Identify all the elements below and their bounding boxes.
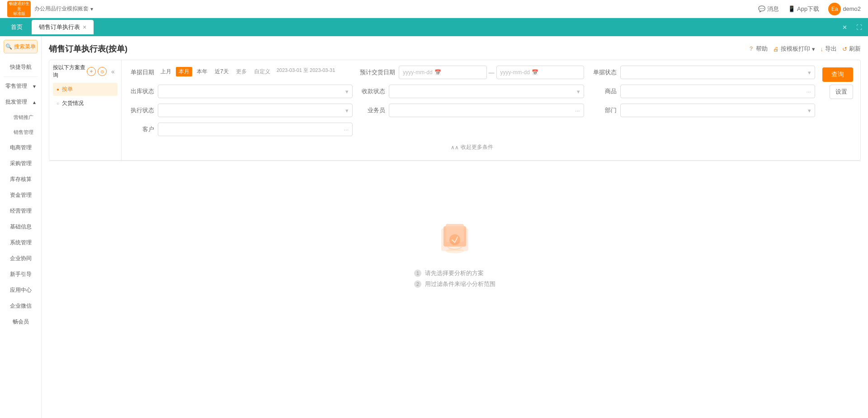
doc-status-arrow: ▾ — [808, 69, 811, 76]
expected-date-to-input[interactable]: yyyy-mm-dd 📅 — [496, 66, 584, 79]
dept-field: 部门 ▾ — [591, 104, 815, 117]
page-title: 销售订单执行表(按单) — [49, 43, 127, 54]
filter-area: 按以下方案查询 + ⊙ « ● 按单 ○ 欠货情况 — [49, 60, 861, 161]
dept-label: 部门 — [591, 106, 617, 114]
user-menu[interactable]: Ea demo2 — [828, 3, 861, 15]
calendar-icon-2: 📅 — [532, 69, 538, 76]
filter-section-actions: + ⊙ « — [87, 67, 118, 76]
sidebar-item-finance[interactable]: 资金管理 — [2, 188, 39, 203]
customer-field: 客户 ··· — [129, 123, 353, 136]
expected-date-from-input[interactable]: yyyy-mm-dd 📅 — [399, 66, 486, 79]
refresh-btn[interactable]: ↺ 刷新 — [842, 45, 861, 53]
sidebar-search-area: 🔍 搜索菜单 — [0, 36, 41, 57]
refresh-icon: ↺ — [842, 46, 847, 52]
goods-input[interactable]: ··· — [620, 85, 815, 98]
svg-point-4 — [446, 249, 464, 253]
page-container: 销售订单执行表(按单) ？ 帮助 🖨 按模板打印 ▾ ↓ 导出 — [42, 36, 868, 418]
sidebar-item-member[interactable]: 畅会员 — [2, 314, 39, 329]
scheme-inactive-icon: ○ — [57, 101, 59, 106]
customer-label: 客户 — [129, 125, 154, 133]
topbar-right: 💬 消息 📱 App下载 Ea demo2 — [758, 3, 861, 15]
sidebar-item-ecommerce[interactable]: 电商管理 — [2, 140, 39, 155]
date-separator: — — [489, 69, 495, 76]
download-icon: 📱 — [788, 5, 795, 12]
right-filter-panel: 单据日期 上月 本月 本年 近7天 更多 自定义 — [122, 60, 860, 160]
date-tag-more[interactable]: 更多 — [233, 67, 250, 76]
scheme-item-by-order[interactable]: ● 按单 — [53, 83, 118, 96]
sidebar-item-sys-mgmt[interactable]: 系统管理 — [2, 235, 39, 250]
dept-select[interactable]: ▾ — [620, 104, 815, 117]
doc-status-select[interactable]: ▾ — [620, 66, 815, 79]
tab-sales-exec[interactable]: 销售订单执行表 × — [32, 20, 94, 34]
sidebar-item-marketing[interactable]: 营销推广 — [2, 110, 39, 124]
sidebar-item-sales-mgmt[interactable]: 销售管理 — [2, 125, 39, 139]
export-btn[interactable]: ↓ 导出 — [821, 45, 837, 53]
empty-state-icon — [432, 215, 477, 260]
message-btn[interactable]: 💬 消息 — [758, 5, 779, 13]
collapse-panel-btn[interactable]: « — [108, 67, 118, 76]
exec-status-label: 执行状态 — [129, 106, 154, 114]
date-tag-this-year[interactable]: 本年 — [194, 67, 210, 76]
topbar: 畅捷通好生意 标准版 办公用品行业模拟账套 ▾ 💬 消息 📱 App下载 Ea … — [0, 0, 868, 18]
query-actions: 查询 设置 — [822, 66, 853, 99]
sidebar-item-inventory[interactable]: 库存核算 — [2, 172, 39, 187]
dept-arrow: ▾ — [808, 107, 811, 114]
page-actions: ？ 帮助 🖨 按模板打印 ▾ ↓ 导出 ↺ 刷新 — [748, 45, 861, 53]
receive-status-field: 收款状态 ▾ — [360, 85, 584, 98]
sidebar-item-wholesale[interactable]: 批发管理 ▴ — [2, 95, 39, 109]
receive-status-select[interactable]: ▾ — [389, 85, 584, 98]
dropdown-chevron: ▾ — [90, 6, 93, 12]
content-area: 销售订单执行表(按单) ？ 帮助 🖨 按模板打印 ▾ ↓ 导出 — [42, 36, 868, 418]
out-status-select[interactable]: ▾ — [158, 85, 353, 98]
sidebar-item-retail[interactable]: 零售管理 ▾ — [2, 79, 39, 94]
tab-expand-btn[interactable]: ⛶ — [854, 22, 864, 33]
salesperson-input[interactable]: ··· — [389, 104, 584, 117]
print-btn[interactable]: 🖨 按模板打印 ▾ — [773, 45, 815, 53]
copy-scheme-btn[interactable]: ⊙ — [98, 67, 107, 76]
avatar: Ea — [828, 3, 841, 15]
sidebar-item-app-center[interactable]: 应用中心 — [2, 283, 39, 298]
sidebar-divider-1 — [4, 76, 38, 77]
filter-row-1: 单据日期 上月 本月 本年 近7天 更多 自定义 — [129, 66, 815, 79]
date-to-placeholder: yyyy-mm-dd — [500, 69, 530, 76]
out-status-arrow: ▾ — [345, 88, 349, 95]
collapse-more-conditions-btn[interactable]: ∧∧ 收起更多条件 — [129, 140, 815, 155]
app-download-btn[interactable]: 📱 App下载 — [788, 5, 819, 13]
app-title-dropdown[interactable]: 办公用品行业模拟账套 ▾ — [34, 5, 93, 13]
sidebar-item-basic-info[interactable]: 基础信息 — [2, 219, 39, 234]
tab-close-icon[interactable]: × — [83, 24, 86, 31]
wholesale-arrow-icon: ▴ — [33, 99, 36, 105]
customer-input[interactable]: ··· — [158, 123, 353, 136]
collapse-up-icon: ∧∧ — [451, 144, 459, 151]
sidebar-nav: 快捷导航 零售管理 ▾ 批发管理 ▴ 营销推广 销售管理 电商管理 采购管理 — [0, 57, 41, 332]
date-tag-7days[interactable]: 近7天 — [212, 67, 231, 76]
sidebar-item-purchase[interactable]: 采购管理 — [2, 156, 39, 171]
tab-home[interactable]: 首页 — [4, 20, 30, 34]
empty-tip-2: 2 用过滤条件来缩小分析范围 — [414, 280, 495, 288]
add-scheme-btn[interactable]: + — [87, 67, 96, 76]
sidebar-item-newbie[interactable]: 新手引导 — [2, 267, 39, 282]
scheme-item-shortage[interactable]: ○ 欠货情况 — [53, 97, 118, 110]
help-btn[interactable]: ？ 帮助 — [748, 45, 768, 53]
exec-status-select[interactable]: ▾ — [158, 104, 353, 117]
salesperson-field: 业务员 ··· — [360, 104, 584, 117]
settings-button[interactable]: 设置 — [830, 85, 853, 99]
sidebar-item-operations[interactable]: 经营管理 — [2, 204, 39, 218]
query-button[interactable]: 查询 — [822, 67, 853, 82]
search-menu-btn[interactable]: 🔍 搜索菜单 — [4, 40, 38, 53]
sidebar-item-enterprise-wechat[interactable]: 企业微信 — [2, 299, 39, 314]
date-from-placeholder: yyyy-mm-dd — [403, 69, 432, 76]
sidebar-item-quicknav[interactable]: 快捷导航 — [2, 60, 39, 75]
sidebar-item-enterprise-collab[interactable]: 企业协同 — [2, 251, 39, 266]
filter-row-3: 执行状态 ▾ 业务员 ··· — [129, 104, 815, 117]
date-tag-last-month[interactable]: 上月 — [158, 67, 174, 76]
tab-close-all-btn[interactable]: ✕ — [839, 22, 850, 33]
doc-status-field: 单据状态 ▾ — [591, 66, 815, 79]
filter-rows-wrapper: 单据日期 上月 本月 本年 近7天 更多 自定义 — [129, 66, 853, 155]
receive-status-label: 收款状态 — [360, 87, 385, 95]
tip-num-2: 2 — [414, 280, 421, 288]
date-tag-this-month[interactable]: 本月 — [176, 67, 192, 76]
date-tag-custom[interactable]: 自定义 — [251, 67, 273, 76]
expected-date-range: yyyy-mm-dd 📅 — yyyy-mm-dd 📅 — [399, 66, 584, 79]
svg-point-3 — [449, 234, 460, 245]
